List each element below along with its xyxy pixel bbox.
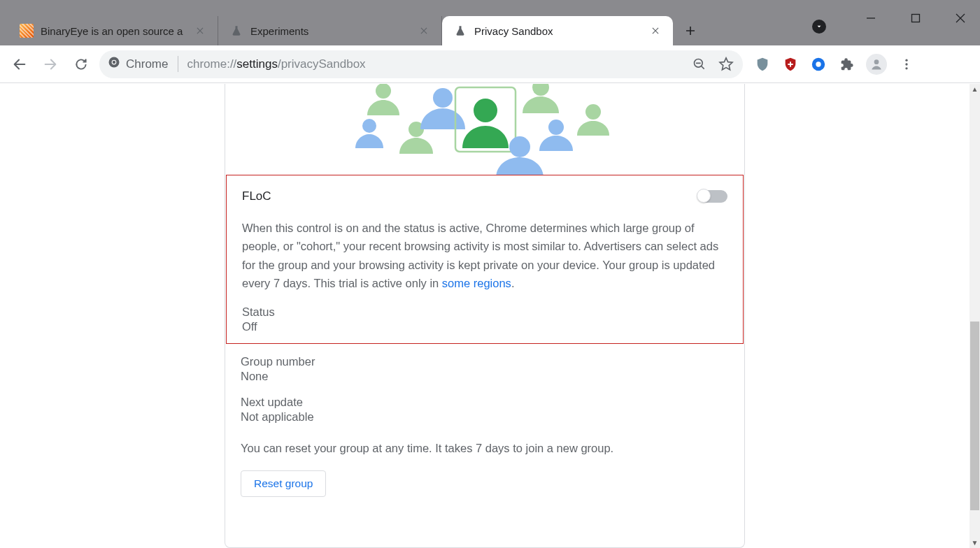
browser-toolbar: Chrome chrome://settings/privacySandbox bbox=[0, 45, 980, 83]
group-number-label: Group number bbox=[241, 355, 729, 368]
extensions-puzzle-icon[interactable] bbox=[838, 56, 855, 73]
tab-binaryeye[interactable]: BinaryEye is an open source a bbox=[8, 16, 218, 45]
svg-point-3 bbox=[113, 61, 116, 64]
tab-strip: BinaryEye is an open source a Experiment… bbox=[0, 0, 980, 45]
maximize-button[interactable] bbox=[903, 6, 928, 31]
tab-experiments[interactable]: Experiments bbox=[218, 16, 442, 45]
svg-point-6 bbox=[816, 62, 821, 66]
svg-point-18 bbox=[548, 120, 564, 135]
svg-point-12 bbox=[376, 84, 391, 99]
floc-toggle[interactable] bbox=[698, 190, 727, 203]
svg-point-20 bbox=[509, 136, 530, 157]
chrome-icon bbox=[108, 56, 120, 72]
privacy-sandbox-card: FLoC When this control is on and the sta… bbox=[225, 84, 745, 548]
binaryeye-icon bbox=[20, 24, 34, 38]
svg-point-11 bbox=[362, 119, 376, 133]
svg-point-8 bbox=[905, 59, 907, 61]
next-update-value: Not applicable bbox=[241, 410, 729, 424]
status-label: Status bbox=[242, 305, 727, 319]
menu-kebab-icon[interactable] bbox=[898, 56, 915, 73]
svg-rect-0 bbox=[912, 15, 920, 22]
floc-description: When this control is on and the status i… bbox=[242, 219, 727, 293]
scroll-up-arrow[interactable]: ▲ bbox=[970, 84, 980, 94]
svg-point-10 bbox=[905, 67, 907, 69]
bookmark-star-icon[interactable] bbox=[718, 56, 734, 73]
back-button[interactable] bbox=[7, 52, 32, 77]
next-update-label: Next update bbox=[241, 396, 729, 409]
forward-button[interactable] bbox=[38, 52, 63, 77]
vertical-scrollbar[interactable]: ▲ ▼ bbox=[970, 84, 980, 548]
svg-point-9 bbox=[905, 63, 907, 65]
zoom-icon[interactable] bbox=[691, 56, 708, 73]
group-number-value: None bbox=[241, 370, 729, 383]
scroll-down-arrow[interactable]: ▼ bbox=[970, 538, 980, 548]
close-icon[interactable] bbox=[649, 24, 662, 37]
tab-privacy-sandbox[interactable]: Privacy Sandbox bbox=[442, 16, 673, 45]
status-value: Off bbox=[242, 320, 727, 333]
url-text: chrome://settings/privacySandbox bbox=[187, 57, 683, 71]
reload-button[interactable] bbox=[69, 52, 94, 77]
floc-section-highlighted: FLoC When this control is on and the sta… bbox=[226, 175, 744, 344]
tab-title: Experiments bbox=[250, 25, 411, 37]
svg-point-19 bbox=[585, 104, 601, 120]
close-window-button[interactable] bbox=[948, 6, 973, 31]
flask-icon bbox=[453, 24, 467, 38]
tabs-dropdown-icon[interactable] bbox=[812, 20, 826, 34]
ublock-icon[interactable] bbox=[754, 56, 771, 73]
close-icon[interactable] bbox=[418, 24, 430, 37]
window-controls bbox=[858, 6, 973, 31]
svg-point-16 bbox=[474, 99, 497, 122]
site-chip[interactable]: Chrome bbox=[108, 56, 178, 72]
tab-title: BinaryEye is an open source a bbox=[41, 25, 187, 37]
flask-icon bbox=[229, 24, 243, 38]
svg-point-14 bbox=[433, 88, 453, 108]
scroll-thumb[interactable] bbox=[970, 322, 979, 510]
cohort-illustration bbox=[225, 84, 744, 175]
close-icon[interactable] bbox=[194, 24, 206, 37]
extensions-area bbox=[754, 54, 915, 75]
reset-group-button[interactable]: Reset group bbox=[241, 470, 326, 497]
some-regions-link[interactable]: some regions bbox=[442, 277, 511, 289]
svg-point-17 bbox=[532, 84, 549, 96]
chip-label: Chrome bbox=[126, 57, 168, 71]
new-tab-button[interactable] bbox=[679, 19, 702, 43]
reset-note: You can reset your group at any time. It… bbox=[241, 442, 729, 455]
shield-plus-icon[interactable] bbox=[782, 56, 799, 73]
floc-title: FLoC bbox=[242, 189, 271, 203]
tab-title: Privacy Sandbox bbox=[474, 25, 642, 37]
minimize-button[interactable] bbox=[858, 6, 883, 31]
profile-avatar[interactable] bbox=[866, 54, 887, 75]
svg-point-7 bbox=[874, 59, 879, 64]
extension-blue-icon[interactable] bbox=[810, 56, 827, 73]
settings-content: FLoC When this control is on and the sta… bbox=[0, 84, 970, 548]
address-bar[interactable]: Chrome chrome://settings/privacySandbox bbox=[99, 50, 743, 78]
